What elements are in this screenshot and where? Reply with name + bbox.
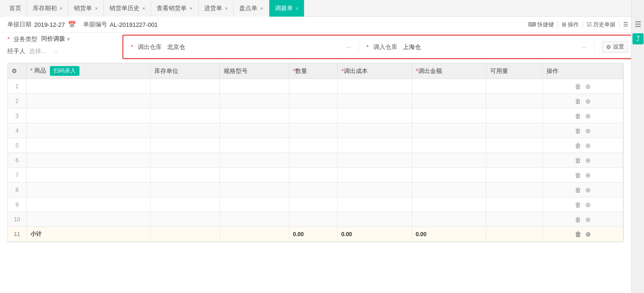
close-purchase-order[interactable]: ×	[225, 6, 228, 11]
tab-view-sales[interactable]: 查看销货单 ×	[151, 0, 198, 17]
cell-qty[interactable]	[289, 183, 338, 197]
cell-qty[interactable]	[289, 138, 338, 153]
table-row: 5 🗑 ⊕	[8, 138, 623, 153]
cell-product[interactable]	[26, 212, 150, 227]
row-copy-icon[interactable]: ⊕	[585, 157, 591, 164]
th-amount: *调出金额	[412, 63, 486, 79]
warehouse-out-more[interactable]: ···	[346, 43, 351, 50]
table-body: 1 🗑 ⊕ 2 🗑 ⊕ 3	[8, 79, 623, 242]
row-copy-icon[interactable]: ⊕	[585, 142, 591, 149]
row-copy-icon[interactable]: ⊕	[585, 216, 591, 223]
cell-product[interactable]	[26, 168, 150, 183]
sidebar-share-icon[interactable]: ⤴	[632, 33, 644, 44]
cell-qty[interactable]	[289, 94, 338, 109]
warehouse-in-more[interactable]: ···	[582, 43, 587, 50]
form-header: 单据日期 2019-12-27 📅 单据编号 AL-20191227-001 ⌨…	[0, 17, 644, 33]
row-delete-icon[interactable]: 🗑	[575, 112, 581, 120]
ops-button[interactable]: ⊞ 操作	[562, 21, 579, 29]
scan-enter-button[interactable]: 扫码录入	[50, 66, 79, 76]
cell-available	[486, 153, 543, 168]
cell-amount	[412, 168, 486, 183]
close-view-sales[interactable]: ×	[189, 6, 192, 11]
row-delete-icon[interactable]: 🗑	[575, 157, 581, 164]
business-type-dropdown[interactable]: ▾	[67, 36, 70, 43]
tab-transfer-order[interactable]: 调拨单 ×	[269, 0, 304, 17]
calendar-icon[interactable]: 📅	[68, 21, 76, 28]
row-copy-icon[interactable]: ⊕	[585, 231, 591, 238]
shortcut-key-button[interactable]: ⌨ 快捷键	[528, 21, 554, 29]
row-copy-icon[interactable]: ⊕	[585, 112, 591, 120]
tab-inventory-init[interactable]: 库存期初 ×	[27, 0, 68, 17]
cell-product[interactable]	[26, 183, 150, 197]
cell-spec	[219, 212, 289, 227]
th-settings[interactable]: ⚙	[8, 63, 26, 79]
cell-qty[interactable]	[289, 109, 338, 123]
close-sales-history[interactable]: ×	[142, 6, 145, 11]
tab-purchase-order[interactable]: 进货单 ×	[199, 0, 234, 17]
cell-qty[interactable]	[289, 168, 338, 183]
cell-unit	[150, 183, 219, 197]
cell-unit	[150, 197, 219, 212]
row-delete-icon[interactable]: 🗑	[575, 186, 581, 194]
row-copy-icon[interactable]: ⊕	[585, 127, 591, 134]
row-num: 8	[8, 183, 26, 197]
row-delete-icon[interactable]: 🗑	[575, 98, 581, 105]
row-num: 9	[8, 197, 26, 212]
cell-product[interactable]	[26, 94, 150, 109]
warehouse-in-field: * 调入仓库 上海仓 ···	[366, 43, 587, 51]
cell-product[interactable]	[26, 197, 150, 212]
cell-spec	[219, 109, 289, 123]
cell-qty[interactable]	[289, 79, 338, 94]
cell-amount	[412, 138, 486, 153]
tab-inventory-check[interactable]: 盘点单 ×	[234, 0, 269, 17]
cell-available	[486, 123, 543, 138]
settings-button[interactable]: ⚙ 设置	[602, 41, 628, 53]
row-delete-icon[interactable]: 🗑	[575, 142, 581, 149]
row-delete-icon[interactable]: 🗑	[575, 127, 581, 134]
close-sales-order[interactable]: ×	[95, 6, 97, 11]
close-transfer-order[interactable]: ×	[296, 6, 298, 11]
tab-sales-order[interactable]: 销货单 ×	[68, 0, 103, 17]
cell-qty[interactable]	[289, 123, 338, 138]
tab-home[interactable]: 首页	[4, 0, 27, 17]
cell-product[interactable]	[26, 79, 150, 94]
cell-product[interactable]	[26, 138, 150, 153]
row-delete-icon[interactable]: 🗑	[575, 201, 581, 208]
list-view-icon: ☰	[623, 21, 628, 28]
cell-available	[486, 197, 543, 212]
row-copy-icon[interactable]: ⊕	[585, 201, 591, 208]
cell-qty[interactable]	[289, 153, 338, 168]
row-copy-icon[interactable]: ⊕	[585, 186, 591, 194]
row-delete-icon[interactable]: 🗑	[575, 231, 581, 238]
cell-spec	[219, 94, 289, 109]
row-delete-icon[interactable]: 🗑	[575, 171, 581, 179]
tab-bar: 首页 库存期初 × 销货单 × 销货单历史 × 查看销货单 × 进货单 × 盘点…	[0, 0, 644, 17]
cell-qty[interactable]	[289, 212, 338, 227]
close-inventory-init[interactable]: ×	[60, 6, 62, 11]
row-copy-icon[interactable]: ⊕	[585, 171, 591, 179]
cell-amount	[412, 153, 486, 168]
grid-icon: ⊞	[562, 21, 566, 28]
cell-product[interactable]	[26, 153, 150, 168]
row-copy-icon[interactable]: ⊕	[585, 83, 591, 90]
th-cost: *调出成本	[337, 63, 412, 79]
cell-amount	[412, 197, 486, 212]
sidebar-list-icon[interactable]: ☰	[632, 18, 644, 30]
cell-qty[interactable]	[289, 197, 338, 212]
cell-product[interactable]	[26, 109, 150, 123]
cell-product[interactable]	[26, 123, 150, 138]
table-row: 7 🗑 ⊕	[8, 168, 623, 183]
row-delete-icon[interactable]: 🗑	[575, 216, 581, 223]
cell-amount	[412, 183, 486, 197]
cell-spec	[219, 153, 289, 168]
close-inventory-check[interactable]: ×	[260, 6, 263, 11]
tab-sales-history[interactable]: 销货单历史 ×	[104, 0, 151, 17]
history-button[interactable]: ☑ 历史单据	[587, 21, 615, 29]
row-delete-icon[interactable]: 🗑	[575, 83, 581, 90]
view-toggle-list[interactable]: ☰	[623, 21, 628, 28]
handler-more-icon[interactable]: ···	[54, 48, 59, 55]
cell-cost	[337, 168, 412, 183]
row-copy-icon[interactable]: ⊕	[585, 98, 591, 105]
table-row: 8 🗑 ⊕	[8, 183, 623, 197]
row-num: 10	[8, 212, 26, 227]
